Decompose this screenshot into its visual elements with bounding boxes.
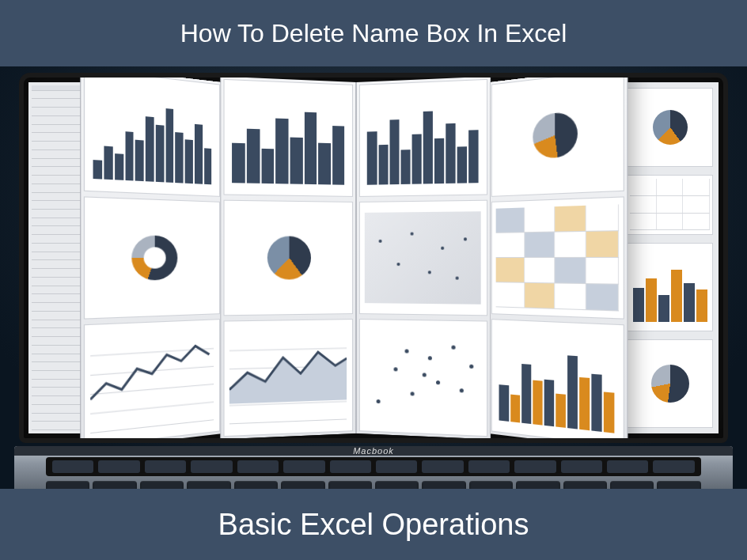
bar-chart-icon — [359, 79, 487, 197]
page-right-1 — [356, 77, 491, 440]
table-chart-icon — [491, 196, 624, 319]
pie-chart-icon — [223, 200, 352, 316]
bar-chart-icon — [84, 73, 220, 197]
dashboard-right — [621, 82, 719, 433]
top-title-banner: How To Delete Name Box In Excel — [0, 0, 747, 66]
top-title: How To Delete Name Box In Excel — [180, 19, 567, 48]
touch-bar — [46, 457, 701, 476]
page-left-1 — [220, 77, 356, 440]
laptop-screen — [19, 73, 728, 443]
bottom-title-banner: Basic Excel Operations — [0, 489, 747, 560]
line-chart-icon — [84, 319, 220, 443]
scatter-chart-icon — [359, 319, 487, 437]
hero-illustration: Macbook — [0, 66, 747, 489]
pie-chart-icon — [627, 339, 713, 428]
donut-chart-icon — [84, 196, 220, 319]
bottom-title: Basic Excel Operations — [218, 508, 529, 542]
laptop-deck: Macbook — [14, 446, 733, 489]
pie-chart-icon — [491, 73, 624, 197]
map-chart-icon — [359, 200, 487, 316]
pie-chart-icon — [627, 88, 713, 167]
grouped-bar-chart-icon — [491, 319, 624, 443]
bar-chart-icon — [223, 79, 352, 197]
area-chart-icon — [223, 319, 352, 437]
keyboard-row — [46, 481, 701, 489]
laptop-brand: Macbook — [14, 446, 733, 456]
page-right-2 — [488, 73, 628, 443]
page-left-2 — [80, 73, 223, 443]
grouped-bar-chart-icon — [627, 243, 713, 331]
mini-table-icon — [627, 175, 713, 235]
